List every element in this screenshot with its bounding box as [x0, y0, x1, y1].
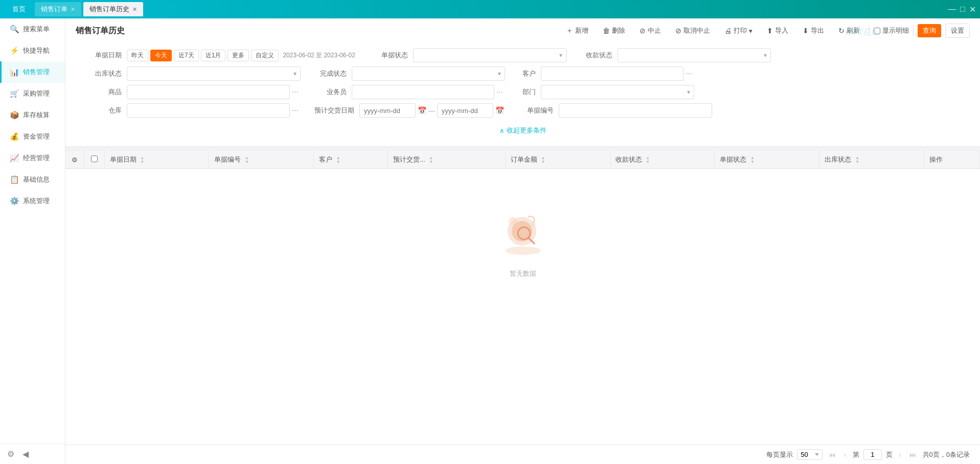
salesperson-more-icon[interactable]: ···: [494, 88, 505, 96]
sidebar-item-sys-mgmt[interactable]: ⚙️ 系统管理: [0, 190, 65, 212]
customer-more-icon[interactable]: ···: [683, 70, 694, 78]
table-header-settings[interactable]: ⚙: [65, 151, 84, 169]
tab-sales-order-history-label: 销售订单历史: [89, 5, 129, 14]
new-button[interactable]: ＋ 新增: [561, 24, 594, 37]
warehouse-more-icon[interactable]: ···: [290, 106, 301, 115]
product-label: 商品: [86, 87, 127, 97]
table-header-pay-status[interactable]: 收款状态 ▲▼: [610, 151, 715, 169]
stop-button[interactable]: ⊘ 中止: [634, 24, 666, 37]
product-more-icon[interactable]: ···: [290, 88, 301, 96]
sidebar-item-finance[interactable]: 💰 资金管理: [0, 126, 65, 147]
filter-row-2: 出库状态 完成状态: [76, 67, 970, 81]
order-status-select[interactable]: [413, 48, 566, 62]
table-header-order-status[interactable]: 单据状态 ▲▼: [715, 151, 819, 169]
table-header-order-amount[interactable]: 订单金额 ▲▼: [505, 151, 610, 169]
cancel-stop-button[interactable]: ⊘ 取消中止: [670, 24, 715, 37]
sidebar-collapse-icon[interactable]: ◀: [22, 449, 29, 459]
date-btn-yesterday[interactable]: 昨天: [127, 50, 148, 61]
table-header-expected-delivery[interactable]: 预计交货... ▲▼: [388, 151, 505, 169]
toolbar-divider-2: [913, 26, 914, 36]
print-dropdown-icon: ▾: [749, 27, 753, 35]
import-label: 导入: [775, 26, 788, 35]
export-icon: ⬇: [803, 27, 809, 35]
date-btn-more[interactable]: 更多: [227, 50, 249, 61]
complete-status-select[interactable]: [352, 67, 505, 81]
tab-sales-order-history[interactable]: 销售订单历史 ✕: [83, 2, 143, 16]
window-minimize-icon[interactable]: —: [948, 5, 956, 14]
empty-state: 暂无数据: [65, 169, 980, 319]
expected-delivery-to-input[interactable]: [437, 103, 493, 118]
table-header-outbound-status[interactable]: 出库状态 ▲▼: [819, 151, 924, 169]
close-history-tab-icon[interactable]: ✕: [132, 6, 137, 13]
display-toggle[interactable]: 显示明细: [874, 26, 909, 35]
collapse-btn[interactable]: ∧ 收起更多条件: [499, 124, 546, 137]
table-header-order-no[interactable]: 单据编号 ▲▼: [209, 151, 314, 169]
sort-pay-status-icon: ▲▼: [646, 156, 650, 164]
import-button[interactable]: ⬆ 导入: [762, 24, 793, 37]
filter-row-4: 仓库 ··· 预计交货日期 📅 — 📅 单据编号: [76, 103, 970, 118]
sales-mgmt-icon: 📊: [10, 68, 19, 77]
inventory-icon: 📦: [10, 111, 19, 120]
sidebar-item-quick-nav[interactable]: ⚡ 快捷导航: [0, 40, 65, 61]
pay-status-select[interactable]: [618, 48, 771, 62]
prev-page-button[interactable]: ‹: [842, 450, 849, 460]
first-page-button[interactable]: ⏮: [827, 450, 838, 460]
tab-sales-order[interactable]: 销售订单 ✕: [35, 2, 81, 16]
page-label: 第: [853, 450, 859, 459]
salesperson-control: ···: [352, 85, 505, 99]
window-maximize-icon[interactable]: □: [960, 5, 965, 14]
order-number-input[interactable]: [559, 103, 712, 118]
basic-info-icon: 📋: [10, 175, 19, 184]
sidebar-item-operations[interactable]: 📈 经营管理: [0, 147, 65, 169]
page-size-select[interactable]: 50 10 20 100: [797, 449, 823, 460]
customer-label: 客户: [515, 69, 541, 78]
new-label: 新增: [575, 26, 588, 35]
finance-icon: 💰: [10, 132, 19, 141]
toolbar: ＋ 新增 🗑 删除 ⊘ 中止 ⊘ 取消中止: [561, 24, 970, 38]
sidebar-settings-icon[interactable]: ⚙: [7, 449, 14, 459]
expected-delivery-control: 📅 — 📅: [359, 103, 513, 118]
top-bar: 首页 销售订单 ✕ 销售订单历史 ✕ — □ ✕: [0, 0, 980, 18]
print-button[interactable]: 🖨 打印 ▾: [719, 24, 758, 37]
product-input[interactable]: [127, 85, 290, 99]
date-btn-custom[interactable]: 自定义: [251, 50, 279, 61]
date-btn-7days[interactable]: 近7天: [174, 50, 199, 61]
next-page-button[interactable]: ›: [897, 450, 903, 460]
sidebar-item-inventory[interactable]: 📦 库存核算: [0, 104, 65, 126]
sidebar-item-sales-mgmt-label: 销售管理: [23, 68, 50, 77]
close-sales-order-tab-icon[interactable]: ✕: [71, 6, 75, 13]
table-header-order-date[interactable]: 单据日期 ▲▼: [104, 151, 209, 169]
calendar-from-icon[interactable]: 📅: [418, 106, 426, 115]
empty-state-illustration: [497, 210, 549, 261]
customer-input[interactable]: [541, 67, 683, 81]
table-header-customer[interactable]: 客户 ▲▼: [314, 151, 388, 169]
query-button[interactable]: 查询: [918, 24, 941, 37]
expected-delivery-from-input[interactable]: [359, 103, 416, 118]
calendar-to-icon[interactable]: 📅: [495, 106, 504, 115]
outbound-status-select[interactable]: [127, 67, 301, 81]
sidebar-item-purchase-mgmt[interactable]: 🛒 采购管理: [0, 83, 65, 104]
sidebar-item-basic-info[interactable]: 📋 基础信息: [0, 169, 65, 190]
sidebar-item-inventory-label: 库存核算: [23, 111, 50, 120]
salesperson-input[interactable]: [352, 85, 494, 99]
warehouse-input[interactable]: [127, 103, 290, 118]
sidebar-item-sales-mgmt[interactable]: 📊 销售管理: [0, 61, 65, 83]
tab-home[interactable]: 首页: [4, 0, 34, 18]
department-select[interactable]: [541, 85, 694, 99]
page-number-input[interactable]: [863, 449, 882, 460]
total-records-text: 共0页，0条记录: [923, 450, 970, 459]
empty-state-text: 暂无数据: [510, 269, 536, 278]
sidebar-item-search-menu[interactable]: 🔍 搜索菜单: [0, 18, 65, 40]
page-size-label: 每页显示: [766, 450, 793, 459]
last-page-button[interactable]: ⏭: [907, 450, 919, 460]
refresh-button[interactable]: ↻ 刷新: [833, 24, 865, 37]
svg-point-5: [509, 217, 517, 225]
export-button[interactable]: ⬇ 导出: [797, 24, 829, 37]
select-all-checkbox[interactable]: [91, 156, 98, 162]
date-btn-today[interactable]: 今天: [150, 50, 172, 61]
date-btn-1month[interactable]: 近1月: [201, 50, 226, 61]
delete-button[interactable]: 🗑 删除: [598, 24, 630, 37]
window-close-icon[interactable]: ✕: [969, 5, 976, 14]
settings-button[interactable]: 设置: [945, 24, 970, 38]
display-toggle-checkbox[interactable]: [874, 28, 880, 34]
